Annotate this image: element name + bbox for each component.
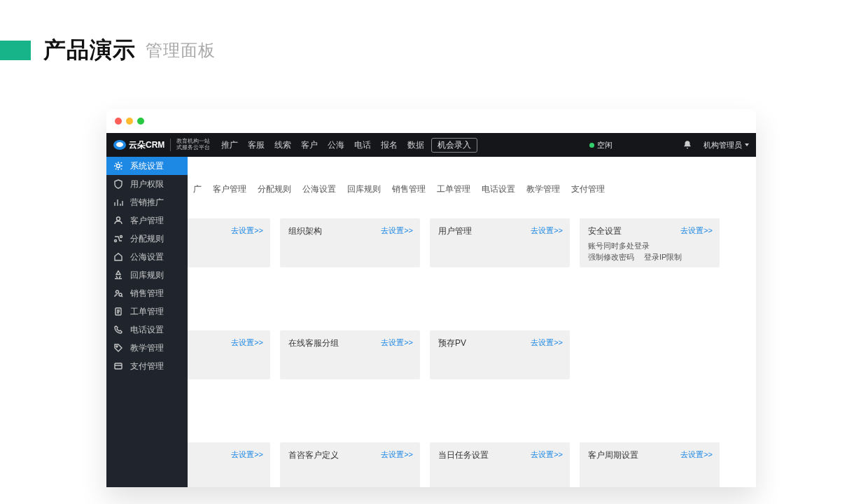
tab[interactable]: 广 xyxy=(188,181,207,198)
title-accent-bar xyxy=(0,41,31,60)
dot-minimize[interactable] xyxy=(126,118,133,125)
topnav-item[interactable]: 客户 xyxy=(301,139,318,151)
sidebar-item[interactable]: 销售管理 xyxy=(106,284,188,302)
status-text: 空闲 xyxy=(597,140,612,150)
tab[interactable]: 工单管理 xyxy=(431,181,476,198)
status-dot-icon xyxy=(589,143,594,148)
status-indicator: 空闲 xyxy=(589,140,612,150)
sidebar-item[interactable]: 工单管理 xyxy=(106,302,188,321)
recycle-icon xyxy=(113,270,123,280)
person-search-icon xyxy=(113,288,123,298)
go-settings-link[interactable]: 去设置>> xyxy=(381,449,413,460)
user-icon xyxy=(113,216,123,225)
sidebar-item[interactable]: 教学管理 xyxy=(106,339,188,357)
settings-card: 去设置>> xyxy=(188,218,270,267)
logo-brand: 云朵CRM xyxy=(129,139,164,151)
svg-rect-8 xyxy=(115,363,122,369)
cloud-icon xyxy=(113,140,126,150)
settings-icon xyxy=(113,161,123,171)
phone-icon xyxy=(113,325,123,335)
card-sub-item: 强制修改密码 xyxy=(588,253,634,261)
svg-point-7 xyxy=(116,346,118,347)
topnav-item[interactable]: 线索 xyxy=(274,139,291,151)
chevron-down-icon xyxy=(745,144,749,146)
house-icon xyxy=(113,252,123,262)
logo-tagline: 教育机构一站式服务云平台 xyxy=(176,139,211,151)
settings-card: 组织架构去设置>> xyxy=(280,218,420,267)
topnav-item[interactable]: 电话 xyxy=(354,139,371,151)
settings-card: 去设置>> xyxy=(188,330,270,379)
sidebar-item[interactable]: 系统设置 xyxy=(106,157,188,175)
role-dropdown[interactable]: 机构管理员 xyxy=(704,140,749,150)
tab[interactable]: 教学管理 xyxy=(521,181,566,198)
topnav-item[interactable]: 客服 xyxy=(248,139,265,151)
card-sub-row: 强制修改密码登录IP限制 xyxy=(588,252,682,262)
sidebar: 系统设置用户权限营销推广客户管理分配规则公海设置回库规则销售管理工单管理电话设置… xyxy=(106,157,188,487)
svg-point-1 xyxy=(117,217,120,220)
tab[interactable]: 销售管理 xyxy=(386,181,431,198)
window-titlebar xyxy=(106,109,756,133)
settings-card: 在线客服分组去设置>> xyxy=(280,330,420,379)
tab[interactable]: 电话设置 xyxy=(476,181,521,198)
doc-icon xyxy=(113,307,123,316)
card-sub-item: 账号同时多处登录 xyxy=(588,241,650,251)
settings-card: 当日任务设置去设置>> xyxy=(430,442,570,487)
sidebar-item[interactable]: 客户管理 xyxy=(106,211,188,230)
card-icon xyxy=(113,361,123,371)
sidebar-item[interactable]: 用户权限 xyxy=(106,175,188,193)
sidebar-item[interactable]: 电话设置 xyxy=(106,321,188,339)
dot-maximize[interactable] xyxy=(137,118,144,125)
go-settings-link[interactable]: 去设置>> xyxy=(231,225,263,236)
topnav-item[interactable]: 公海 xyxy=(328,139,344,151)
sidebar-item[interactable]: 营销推广 xyxy=(106,193,188,211)
topnav-item[interactable]: 报名 xyxy=(381,139,398,151)
sidebar-item-label: 用户权限 xyxy=(130,178,164,190)
sidebar-item-label: 回库规则 xyxy=(130,270,164,281)
bell-icon[interactable] xyxy=(682,140,692,150)
svg-point-4 xyxy=(116,290,119,293)
sidebar-item-label: 销售管理 xyxy=(130,288,164,300)
sidebar-item-label: 系统设置 xyxy=(130,160,164,172)
sidebar-item-label: 公海设置 xyxy=(130,251,164,263)
sidebar-item-label: 营销推广 xyxy=(130,197,164,209)
dot-close[interactable] xyxy=(115,118,122,125)
sidebar-item-label: 电话设置 xyxy=(130,324,164,336)
chart-icon xyxy=(113,197,123,207)
go-settings-link[interactable]: 去设置>> xyxy=(680,225,713,236)
svg-point-5 xyxy=(119,293,122,296)
tab[interactable]: 客户管理 xyxy=(207,181,252,198)
go-settings-link[interactable]: 去设置>> xyxy=(381,337,413,348)
card-grid: 去设置>>组织架构去设置>>用户管理去设置>>安全设置去设置>>账号同时多处登录… xyxy=(188,218,746,487)
sidebar-item[interactable]: 公海设置 xyxy=(106,248,188,266)
go-settings-link[interactable]: 去设置>> xyxy=(531,225,563,236)
shield-icon xyxy=(113,179,123,189)
tab[interactable]: 回库规则 xyxy=(342,181,386,198)
tab[interactable]: 公海设置 xyxy=(297,181,342,198)
go-settings-link[interactable]: 去设置>> xyxy=(680,449,713,460)
sidebar-item-label: 分配规则 xyxy=(130,233,164,245)
record-button[interactable]: 机会录入 xyxy=(431,138,477,153)
tab[interactable]: 分配规则 xyxy=(252,181,297,198)
sidebar-item-label: 支付管理 xyxy=(130,360,164,372)
go-settings-link[interactable]: 去设置>> xyxy=(231,449,263,460)
content-area: 广客户管理分配规则公海设置回库规则销售管理工单管理电话设置教学管理支付管理 去设… xyxy=(188,157,756,487)
go-settings-link[interactable]: 去设置>> xyxy=(231,337,263,348)
tab[interactable]: 支付管理 xyxy=(566,181,610,198)
card-sub-item: 登录IP限制 xyxy=(644,253,682,261)
settings-card: 用户管理去设置>> xyxy=(430,218,570,267)
topnav-item[interactable]: 推广 xyxy=(221,139,238,151)
svg-point-3 xyxy=(120,236,122,238)
role-label: 机构管理员 xyxy=(704,140,742,150)
go-settings-link[interactable]: 去设置>> xyxy=(531,449,563,460)
slide-title-main: 产品演示 xyxy=(43,35,136,66)
settings-card: 首咨客户定义去设置>> xyxy=(280,442,420,487)
logo[interactable]: 云朵CRM 教育机构一站式服务云平台 xyxy=(113,139,211,151)
sidebar-item[interactable]: 支付管理 xyxy=(106,357,188,375)
sidebar-item[interactable]: 回库规则 xyxy=(106,266,188,284)
sidebar-item[interactable]: 分配规则 xyxy=(106,230,188,248)
settings-card: 预存PV去设置>> xyxy=(430,330,570,379)
go-settings-link[interactable]: 去设置>> xyxy=(531,337,563,348)
topnav-item[interactable]: 数据 xyxy=(407,139,424,151)
tabs-bar: 广客户管理分配规则公海设置回库规则销售管理工单管理电话设置教学管理支付管理 xyxy=(188,181,756,198)
go-settings-link[interactable]: 去设置>> xyxy=(381,225,413,236)
